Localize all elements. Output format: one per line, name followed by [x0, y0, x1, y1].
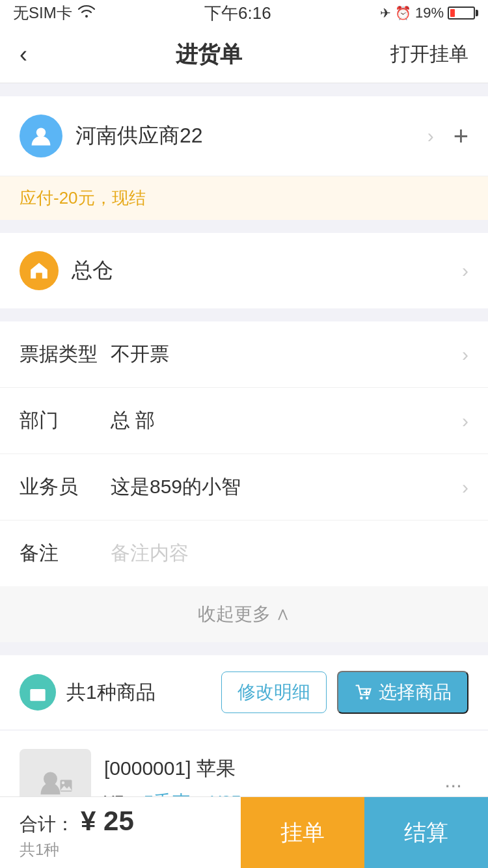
status-left: 无SIM卡 [13, 3, 96, 23]
warehouse-card: 总仓 › [0, 233, 488, 308]
department-value: 总 部 [111, 407, 462, 434]
person-icon [29, 124, 53, 148]
shopping-bag-icon [28, 683, 47, 702]
checkout-button[interactable]: 结算 [364, 797, 488, 868]
modify-detail-button[interactable]: 修改明细 [221, 671, 327, 713]
department-label: 部门 [20, 407, 111, 434]
warehouse-icon [20, 251, 59, 290]
total-row: 合计： ¥ 25 [20, 806, 221, 837]
back-button[interactable]: ‹ [20, 41, 27, 68]
product-count-icon [20, 674, 56, 711]
open-pending-button[interactable]: 打开挂单 [390, 41, 468, 68]
product-name: [0000001] 苹果 [104, 755, 438, 782]
alarm-icon: ⏰ [395, 5, 411, 21]
status-right: ✈ ⏰ 19% [380, 5, 475, 21]
supplier-name: 河南供应商22 [75, 122, 427, 150]
total-label: 合计： [20, 812, 74, 837]
total-sub: 共1种 [20, 839, 221, 860]
suspend-button[interactable]: 挂单 [241, 797, 364, 868]
status-bar: 无SIM卡 下午6:16 ✈ ⏰ 19% [0, 0, 488, 26]
battery-icon [448, 7, 475, 20]
remark-label: 备注 [20, 540, 111, 567]
nav-bar: ‹ 进货单 打开挂单 [0, 26, 488, 83]
gap-2 [0, 220, 488, 233]
invoice-value: 不开票 [111, 341, 462, 368]
location-icon: ✈ [380, 5, 391, 21]
status-time: 下午6:16 [204, 2, 271, 25]
gap-1 [0, 83, 488, 96]
department-row[interactable]: 部门 总 部 › [0, 387, 488, 454]
supplier-notice: 应付-20元，现结 [0, 176, 488, 220]
gap-4 [0, 642, 488, 655]
product-title: 苹果 [197, 757, 236, 779]
warehouse-name: 总仓 [72, 256, 462, 285]
select-product-label: 选择商品 [379, 680, 452, 705]
total-amount: ¥ 25 [81, 806, 134, 837]
supplier-arrow-icon: › [427, 125, 434, 147]
total-section: 合计： ¥ 25 共1种 [0, 797, 241, 868]
add-supplier-button[interactable]: + [454, 122, 468, 151]
cart-icon [354, 683, 372, 701]
remark-row[interactable]: 备注 备注内容 [0, 520, 488, 586]
supplier-row[interactable]: 河南供应商22 › + [0, 96, 488, 176]
battery-percent: 19% [415, 5, 444, 21]
wifi-icon [77, 4, 96, 22]
svg-point-0 [36, 128, 46, 137]
select-product-button[interactable]: 选择商品 [337, 671, 468, 714]
salesman-label: 业务员 [20, 474, 111, 500]
invoice-arrow-icon: › [462, 344, 468, 366]
invoice-row[interactable]: 票据类型 不开票 › [0, 321, 488, 387]
gap-3 [0, 308, 488, 321]
product-code: [0000001] [104, 757, 191, 779]
supplier-avatar [20, 115, 62, 157]
collapse-button[interactable]: 收起更多 ∧ [0, 586, 488, 642]
remark-input[interactable]: 备注内容 [111, 540, 468, 567]
page-title: 进货单 [176, 40, 242, 70]
carrier-label: 无SIM卡 [13, 3, 72, 23]
product-header: 共1种商品 修改明细 选择商品 [0, 655, 488, 729]
svg-rect-1 [30, 689, 45, 701]
product-count-text: 共1种商品 [66, 679, 221, 706]
warehouse-arrow-icon: › [462, 260, 468, 282]
department-arrow-icon: › [462, 410, 468, 432]
svg-point-2 [360, 697, 362, 699]
salesman-row[interactable]: 业务员 这是859的小智 › [0, 454, 488, 520]
bottom-bar: 合计： ¥ 25 共1种 挂单 结算 [0, 796, 488, 868]
svg-point-3 [366, 697, 368, 699]
invoice-label: 票据类型 [20, 341, 111, 368]
svg-point-8 [62, 781, 65, 785]
salesman-value: 这是859的小智 [111, 474, 462, 500]
salesman-arrow-icon: › [462, 476, 468, 498]
house-icon [29, 260, 49, 281]
form-card: 票据类型 不开票 › 部门 总 部 › 业务员 这是859的小智 › 备注 备注… [0, 321, 488, 586]
supplier-card: 河南供应商22 › + 应付-20元，现结 [0, 96, 488, 220]
warehouse-row[interactable]: 总仓 › [0, 233, 488, 308]
